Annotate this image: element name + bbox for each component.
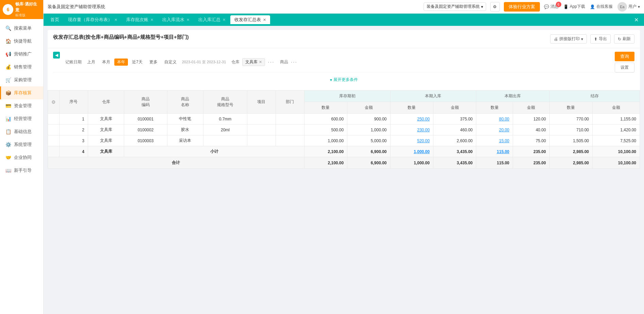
row-dept [276,114,304,125]
date-btn-this-month[interactable]: 本月 [99,59,113,66]
col-group-bal: 结存 [549,90,640,102]
export-btn[interactable]: ⬆ 导出 [590,34,611,44]
sidebar-item-label: 营销推广 [14,51,32,57]
row-out-qty[interactable]: 20.00 [476,125,513,135]
phone-icon: 📱 [563,4,568,9]
message-icon: 💬 [544,4,549,9]
tab-close-icon[interactable]: ✕ [150,18,153,22]
online-service-btn[interactable]: 👤 在线客服 [590,4,613,10]
subtotal-open-qty: 2,100.00 [304,146,347,157]
row-in-amt: 375.00 [433,114,476,125]
row-open-qty: 1,000.00 [304,135,347,146]
row-open-amt: 900.00 [347,114,390,125]
row-project [247,114,276,125]
date-btn-7days[interactable]: 近7天 [129,59,145,66]
user-menu[interactable]: Ea 用户 ▾ [617,2,640,12]
tab-inout-summary[interactable]: 出入库汇总✕ [194,15,230,24]
sidebar-item-quick-nav[interactable]: 🏠快捷导航 [0,35,43,48]
tab-home[interactable]: 首页 [46,15,63,24]
row-dept [276,125,304,135]
messages-btn[interactable]: 💬 消息 6 [544,4,559,10]
row-out-qty[interactable]: 15.00 [476,135,513,146]
sidebar-item-operation[interactable]: 📊经营管理 [0,112,43,125]
date-btn-this-year[interactable]: 本年 [114,59,128,66]
sales-icon: 💰 [5,64,11,70]
sidebar-item-marketing[interactable]: 📢营销推广 [0,48,43,61]
settings-button[interactable]: 设置 [615,63,634,72]
col-no: 序号 [60,90,88,114]
print-label: 拼接版打印 [559,36,580,42]
sidebar-item-label: 搜索菜单 [14,25,32,31]
warehouse-more[interactable]: ··· [268,59,274,65]
row-in-qty[interactable]: 520.00 [390,135,433,146]
sidebar-item-guide[interactable]: 📖新手引导 [0,164,43,177]
tab-close-icon[interactable]: ✕ [114,18,117,22]
tab-close-icon[interactable]: ✕ [186,18,189,22]
row-code: 0100002 [124,125,167,135]
avatar: Ea [617,2,627,12]
row-settings [48,114,60,125]
settings-button[interactable]: ⚙ [490,2,500,12]
row-bal-qty: 710.00 [549,125,592,135]
row-no: 1 [60,114,88,125]
system-selector[interactable]: 装备及固定资产辅助管理系统 ▾ [424,2,486,11]
tab-receive-send[interactable]: 收发存汇总表✕ [230,15,270,24]
messages-badge: 6 [556,2,561,7]
tab-close-icon[interactable]: ✕ [263,18,266,22]
chevron-down-icon: ▾ [330,78,332,82]
refresh-icon: ↻ [618,37,621,42]
total-in-amt: 3,435.00 [433,157,476,169]
row-in-qty[interactable]: 250.00 [390,114,433,125]
date-btn-last-month[interactable]: 上月 [84,59,98,66]
sidebar-item-label: 经营管理 [14,116,32,122]
date-btn-more[interactable]: 更多 [147,59,160,66]
tab-batch-ledger[interactable]: 库存批次账✕ [122,15,158,24]
row-goods: 采访本 [167,135,203,146]
tab-stock-dist[interactable]: 现存量（库存分布表）✕ [64,15,121,24]
row-project [247,125,276,135]
close-all-tabs[interactable]: ✕ [631,15,641,24]
warehouse-value: 文具库 [245,59,258,65]
warehouse-tag[interactable]: 文具库 ✕ [242,58,265,66]
sidebar-item-finance[interactable]: 💳资金管理 [0,99,43,112]
print-btn[interactable]: 🖨 拼接版打印 ▾ [550,34,587,44]
query-button[interactable]: 查询 [615,52,634,61]
avatar-text: Ea [620,5,624,9]
sidebar-item-basic-info[interactable]: 📋基础信息 [0,125,43,138]
app-download-btn[interactable]: 📱 App下载 [563,4,585,10]
row-bal-amt: 1,155.00 [593,114,640,125]
goods-label: 商品 [280,59,288,65]
trial-btn[interactable]: 体验行业方案 [504,2,540,12]
date-btn-custom[interactable]: 自定义 [162,59,179,66]
expand-filter-btn[interactable]: ▾ 展开更多条件 [59,76,629,84]
subtotal-out-qty[interactable]: 115.00 [476,146,513,157]
sidebar-item-system[interactable]: ⚙️系统管理 [0,138,43,151]
warehouse-tag-close[interactable]: ✕ [259,60,262,64]
logo-text: 畅库·遇好生意 标准版 [15,1,40,18]
tab-close-icon[interactable]: ✕ [222,18,226,22]
table-col-settings[interactable]: ⚙ [48,90,60,114]
chevron-down-icon: ▾ [638,4,640,9]
filter-toggle[interactable]: ◀ [53,52,60,59]
subtotal-in-qty[interactable]: 1,000.00 [390,146,433,157]
row-out-qty[interactable]: 80.00 [476,114,513,125]
col-open-amt: 金额 [347,102,390,114]
row-warehouse: 文具库 [88,114,124,125]
refresh-btn[interactable]: ↻ 刷新 [614,34,634,44]
date-label: 记账日期 [65,59,82,65]
sidebar-item-search[interactable]: 🔍搜索菜单 [0,22,43,35]
row-in-qty[interactable]: 230.00 [390,125,433,135]
page-header: 收发存汇总表(按仓库+商品编码+商品+规格型号+项目+部门) 🖨 拼接版打印 ▾… [48,30,640,48]
goods-more[interactable]: ··· [291,59,297,65]
sidebar-item-purchase[interactable]: 🛒采购管理 [0,73,43,86]
subtotal-warehouse: 文具库 [88,146,124,157]
sidebar-item-enterprise[interactable]: 🤝企业协同 [0,151,43,164]
sidebar-item-sales[interactable]: 💰销售管理 [0,61,43,73]
col-bal-qty: 数量 [549,102,592,114]
main-area: 装备及固定资产辅助管理系统 装备及固定资产辅助管理系统 ▾ ⚙ 体验行业方案 💬… [44,0,644,314]
guide-icon: 📖 [5,168,11,173]
printer-icon: 🖨 [554,37,558,42]
sidebar-item-inventory[interactable]: 📦库存核算 [0,86,43,99]
row-no: 3 [60,135,88,146]
tab-inout-flow[interactable]: 出入库流水✕ [158,15,194,24]
